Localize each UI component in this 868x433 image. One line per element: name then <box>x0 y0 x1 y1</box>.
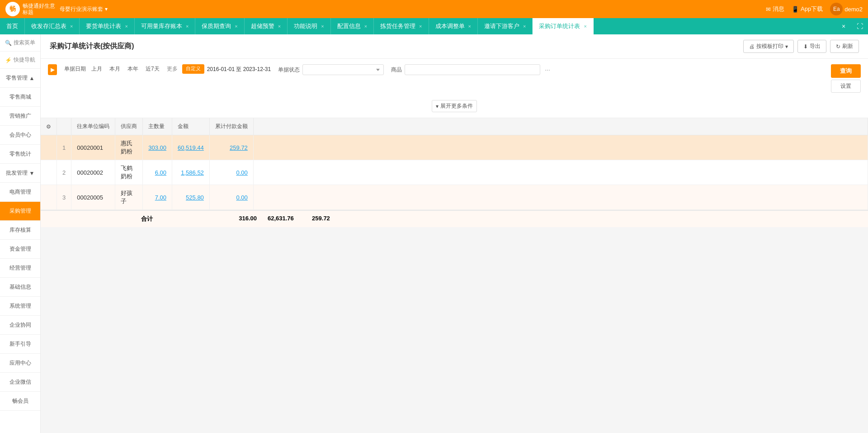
top-bar-left: 畅 畅捷通好生意标题 母婴行业演示账套 ▾ <box>5 2 108 16</box>
row-amount[interactable]: 525.80 <box>172 185 210 210</box>
chevron-down-icon: ▼ <box>29 170 35 176</box>
more-dots-icon[interactable]: ··· <box>543 66 552 73</box>
close-icon[interactable]: × <box>125 24 127 29</box>
close-icon[interactable]: × <box>70 24 73 29</box>
row-extra <box>253 160 868 185</box>
page-title: 采购订单统计表(按供应商) <box>50 42 134 51</box>
tab-config[interactable]: 配置信息× <box>331 18 374 34</box>
close-icon[interactable]: × <box>523 24 526 29</box>
date-last-month[interactable]: 上月 <box>89 64 105 74</box>
status-select[interactable] <box>302 64 384 75</box>
export-label: 导出 <box>810 43 821 50</box>
tab-pick-task[interactable]: 拣货任务管理× <box>374 18 429 34</box>
expand-more-row: ▾ 展开更多条件 <box>48 96 861 112</box>
close-icon[interactable]: × <box>419 24 422 29</box>
expand-more-btn[interactable]: ▾ 展开更多条件 <box>432 100 477 112</box>
user-area[interactable]: Ea demo2 <box>830 3 863 15</box>
sidebar-item-new-guide[interactable]: 新手引导 <box>0 335 40 354</box>
sidebar-item-operations[interactable]: 经营管理 <box>0 259 40 278</box>
sidebar-marketing-label: 营销推广 <box>9 112 31 120</box>
close-icon[interactable]: × <box>468 24 471 29</box>
settings-btn[interactable]: 设置 <box>831 80 861 93</box>
sidebar-item-inventory[interactable]: 库存核算 <box>0 221 40 240</box>
sidebar-item-retail-stats[interactable]: 零售统计 <box>0 145 40 164</box>
row-main-qty[interactable]: 6.00 <box>143 160 172 185</box>
date-this-month[interactable]: 本月 <box>107 64 123 74</box>
tab-cost-adjust[interactable]: 成本调整单× <box>429 18 478 34</box>
sidebar-item-marketing[interactable]: 营销推广 <box>0 107 40 126</box>
sidebar-item-ecommerce[interactable]: 电商管理 <box>0 183 40 202</box>
query-btn[interactable]: 查询 <box>831 64 861 78</box>
tab-purchase-stats[interactable]: 采购订单统计表× <box>533 18 593 34</box>
sidebar-item-finance[interactable]: 资金管理 <box>0 240 40 259</box>
row-extra <box>253 185 868 210</box>
footer-amount: 62,631.76 <box>262 215 299 223</box>
tab-function-desc[interactable]: 功能说明× <box>288 18 330 34</box>
tab-inventory-book[interactable]: 可用量库存账本× <box>135 18 195 34</box>
close-icon[interactable]: × <box>186 24 189 29</box>
sidebar-item-enterprise-collab[interactable]: 企业协同 <box>0 316 40 335</box>
tab-order-stats[interactable]: 要货单统计表× <box>80 18 134 34</box>
filter-toggle-btn[interactable]: ▶ <box>48 64 57 75</box>
close-icon[interactable]: × <box>364 24 367 29</box>
row-main-qty[interactable]: 303.00 <box>143 135 172 160</box>
row-index: 2 <box>57 160 71 185</box>
status-filter: 单据状态 <box>278 64 384 75</box>
th-settings[interactable]: ⚙ <box>41 118 57 135</box>
sidebar-wholesale-mgmt-label: 批发管理 <box>6 169 28 177</box>
sidebar-finance-label: 资金管理 <box>9 245 31 253</box>
refresh-btn[interactable]: ↻ 刷新 <box>830 40 859 53</box>
app-download-btn[interactable]: 📱 App下载 <box>792 5 823 13</box>
table-area: ⚙ 往来单位编码 供应商 主数量 金额 累计付款金额 1 00020001 <box>41 118 868 227</box>
message-icon: ✉ <box>766 6 771 13</box>
sidebar-operations-label: 经营管理 <box>9 264 31 272</box>
sidebar-item-purchase-mgmt[interactable]: 采购管理 <box>0 202 40 221</box>
sidebar-search[interactable]: 🔍 搜索英单 <box>0 34 40 52</box>
th-paid-amount: 累计付款金额 <box>209 118 253 135</box>
industry-select[interactable]: 母婴行业演示账套 ▾ <box>60 5 108 13</box>
tab-overstock[interactable]: 超储预警× <box>245 18 288 34</box>
table-row[interactable]: 1 00020001 惠氏奶粉 303.00 60,519.44 259.72 <box>41 135 868 160</box>
sidebar-item-basic-info[interactable]: 基础信息 <box>0 278 40 297</box>
sidebar-item-retail-mgmt[interactable]: 零售管理 ▲ <box>0 69 40 88</box>
date-to: 2023-12-31 <box>243 66 271 72</box>
th-supplier-name: 供应商 <box>115 118 143 135</box>
row-paid-amount[interactable]: 0.00 <box>209 160 253 185</box>
date-more[interactable]: 更多 <box>164 64 180 74</box>
date-this-year[interactable]: 本年 <box>125 64 141 74</box>
sidebar-item-enterprise-wechat[interactable]: 企业微信 <box>0 373 40 392</box>
sidebar-item-system-mgmt[interactable]: 系统管理 <box>0 297 40 316</box>
close-icon[interactable]: × <box>278 24 281 29</box>
nav-tabs-actions: × ⛶ <box>835 18 868 34</box>
sidebar-item-retail-store[interactable]: 零售商城 <box>0 88 40 107</box>
table-row[interactable]: 3 00020005 好孩子 7.00 525.80 0.00 <box>41 185 868 210</box>
goods-input[interactable] <box>405 64 540 75</box>
tab-shelf-life[interactable]: 保质期查询× <box>195 18 244 34</box>
data-table: ⚙ 往来单位编码 供应商 主数量 金额 累计付款金额 1 00020001 <box>41 118 868 210</box>
row-paid-amount[interactable]: 259.72 <box>209 135 253 160</box>
sidebar-quick-nav[interactable]: ⚡ 快捷导航 <box>0 52 40 69</box>
sidebar-item-vip-member[interactable]: 畅会员 <box>0 392 40 411</box>
maximize-btn[interactable]: ⛶ <box>852 18 868 34</box>
sidebar-item-member-center[interactable]: 会员中心 <box>0 126 40 145</box>
close-tab-btn[interactable]: × <box>835 18 852 34</box>
messages-btn[interactable]: ✉ 消息 <box>766 5 784 13</box>
tab-home[interactable]: 首页 <box>0 18 25 34</box>
close-icon[interactable]: × <box>321 24 324 29</box>
row-amount[interactable]: 1,586.52 <box>172 160 210 185</box>
date-last-7-days[interactable]: 近7天 <box>143 64 162 74</box>
sidebar-item-app-center[interactable]: 应用中心 <box>0 354 40 373</box>
close-icon[interactable]: × <box>584 24 586 29</box>
export-btn[interactable]: ⬇ 导出 <box>797 40 826 53</box>
row-amount[interactable]: 60,519.44 <box>172 135 210 160</box>
row-main-qty[interactable]: 7.00 <box>143 185 172 210</box>
tab-invite-downstream[interactable]: 邀请下游客户× <box>478 18 533 34</box>
table-row[interactable]: 2 00020002 飞鹤奶粉 6.00 1,586.52 0.00 <box>41 160 868 185</box>
top-bar-right: ✉ 消息 📱 App下载 Ea demo2 <box>766 3 863 15</box>
template-print-btn[interactable]: 🖨 按模板打印 ▾ <box>743 40 794 53</box>
close-icon[interactable]: × <box>235 24 237 29</box>
row-paid-amount[interactable]: 0.00 <box>209 185 253 210</box>
sidebar-item-wholesale-mgmt[interactable]: 批发管理 ▼ <box>0 164 40 183</box>
tab-stock-summary[interactable]: 收发存汇总表× <box>25 18 80 34</box>
nav-tabs: 首页 收发存汇总表× 要货单统计表× 可用量库存账本× 保质期查询× 超储预警×… <box>0 18 868 34</box>
